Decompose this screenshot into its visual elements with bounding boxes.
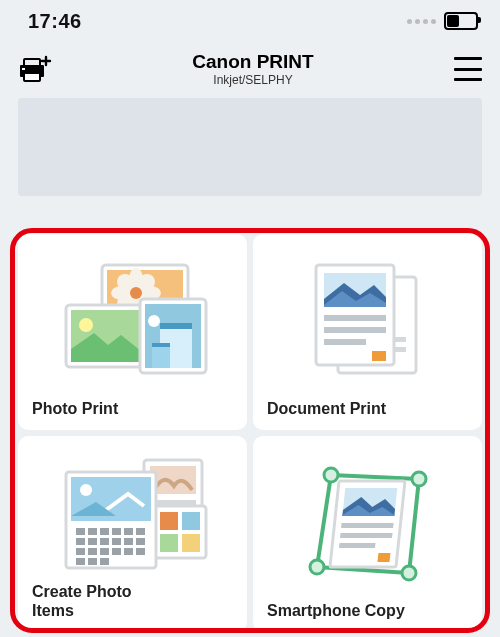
svg-rect-66 bbox=[136, 548, 145, 555]
app-header: Canon PRINT Inkjet/SELPHY bbox=[0, 42, 500, 96]
svg-rect-33 bbox=[324, 327, 386, 333]
smartphone-copy-icon bbox=[267, 446, 468, 601]
app-title: Canon PRINT Inkjet/SELPHY bbox=[192, 52, 313, 87]
svg-rect-24 bbox=[152, 343, 170, 347]
svg-rect-60 bbox=[136, 538, 145, 545]
svg-point-12 bbox=[139, 274, 155, 290]
svg-rect-42 bbox=[160, 512, 178, 530]
tile-label: Photo Print bbox=[32, 399, 233, 418]
promo-banner[interactable] bbox=[18, 98, 482, 196]
svg-rect-56 bbox=[88, 538, 97, 545]
add-printer-button[interactable] bbox=[18, 55, 52, 83]
app-title-main: Canon PRINT bbox=[192, 52, 313, 72]
svg-rect-79 bbox=[338, 543, 375, 548]
svg-rect-58 bbox=[112, 538, 121, 545]
svg-rect-68 bbox=[88, 558, 97, 565]
svg-rect-54 bbox=[136, 528, 145, 535]
svg-rect-53 bbox=[124, 528, 133, 535]
svg-rect-43 bbox=[182, 512, 200, 530]
svg-rect-49 bbox=[76, 528, 85, 535]
tile-create-photo-items[interactable]: Create Photo Items bbox=[18, 436, 247, 632]
status-bar: 17:46 bbox=[0, 0, 500, 42]
svg-rect-22 bbox=[160, 323, 192, 329]
svg-rect-1 bbox=[24, 59, 40, 66]
svg-point-25 bbox=[148, 315, 160, 327]
svg-rect-69 bbox=[100, 558, 109, 565]
svg-rect-78 bbox=[340, 533, 393, 538]
svg-rect-35 bbox=[372, 351, 386, 361]
svg-point-74 bbox=[310, 560, 324, 574]
svg-point-11 bbox=[117, 274, 133, 290]
battery-icon bbox=[444, 12, 478, 30]
svg-rect-32 bbox=[324, 315, 386, 321]
app-title-sub: Inkjet/SELPHY bbox=[192, 74, 313, 87]
svg-rect-44 bbox=[160, 534, 178, 552]
photo-print-icon bbox=[32, 244, 233, 399]
tile-document-print[interactable]: Document Print bbox=[253, 234, 482, 430]
svg-rect-63 bbox=[100, 548, 109, 555]
svg-rect-50 bbox=[88, 528, 97, 535]
svg-rect-59 bbox=[124, 538, 133, 545]
tile-photo-print[interactable]: Photo Print bbox=[18, 234, 247, 430]
create-photo-items-icon bbox=[32, 446, 233, 582]
svg-rect-64 bbox=[112, 548, 121, 555]
svg-rect-65 bbox=[124, 548, 133, 555]
document-print-icon bbox=[267, 244, 468, 399]
svg-rect-34 bbox=[324, 339, 366, 345]
svg-rect-51 bbox=[100, 528, 109, 535]
svg-rect-62 bbox=[88, 548, 97, 555]
svg-rect-77 bbox=[341, 523, 394, 528]
svg-rect-57 bbox=[100, 538, 109, 545]
svg-rect-3 bbox=[22, 68, 25, 70]
tile-label: Document Print bbox=[267, 399, 468, 418]
svg-point-72 bbox=[412, 472, 426, 486]
tile-smartphone-copy[interactable]: Smartphone Copy bbox=[253, 436, 482, 632]
svg-point-15 bbox=[130, 287, 142, 299]
status-time: 17:46 bbox=[28, 10, 82, 33]
svg-point-18 bbox=[79, 318, 93, 332]
svg-rect-45 bbox=[182, 534, 200, 552]
signal-dots-icon bbox=[407, 19, 436, 24]
tile-label: Create Photo Items bbox=[32, 582, 233, 620]
svg-point-71 bbox=[324, 468, 338, 482]
status-indicators bbox=[407, 12, 478, 30]
svg-point-48 bbox=[80, 484, 92, 496]
svg-rect-55 bbox=[76, 538, 85, 545]
tile-label: Smartphone Copy bbox=[267, 601, 468, 620]
svg-rect-67 bbox=[76, 558, 85, 565]
feature-grid: Photo Print bbox=[18, 234, 482, 632]
svg-rect-61 bbox=[76, 548, 85, 555]
svg-point-73 bbox=[402, 566, 416, 580]
svg-rect-80 bbox=[377, 553, 390, 562]
svg-rect-2 bbox=[24, 73, 40, 81]
svg-rect-52 bbox=[112, 528, 121, 535]
menu-button[interactable] bbox=[454, 55, 482, 83]
